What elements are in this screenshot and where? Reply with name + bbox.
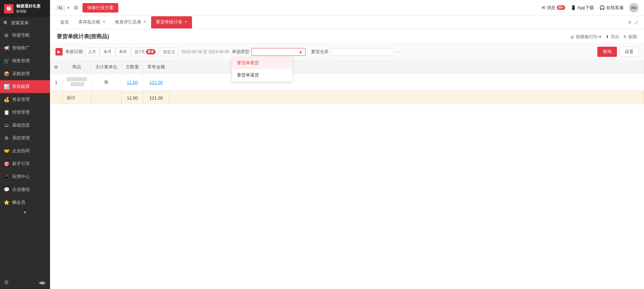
date-btn-zidingyi[interactable]: 自定义	[160, 48, 178, 56]
sidebar-search-label: 搜索菜单	[11, 20, 29, 26]
sidebar-item-label: 经营管理	[12, 109, 30, 115]
table-wrap: ⚙ 商品 主计量单位 主数量 零售金额 1	[50, 61, 644, 104]
print-btn[interactable]: 🖨 按模板打印 ▾	[570, 34, 601, 40]
refresh-icon: ↻	[623, 34, 627, 39]
print-icon: 🖨	[570, 34, 574, 39]
jingying-icon: 📋	[3, 110, 9, 115]
sidebar-item-label: 企业协同	[12, 148, 30, 154]
messages-label: 消息	[547, 5, 555, 11]
sidebar-item-label: 营销推广	[12, 45, 30, 51]
qiye-icon: 🤝	[3, 148, 9, 154]
col-unit: 主计量单位	[91, 61, 122, 74]
sidebar-item-kucun[interactable]: 📊 库存核算	[0, 80, 50, 93]
weixin-icon: 💬	[3, 187, 9, 192]
date-label: 单据日期	[65, 49, 83, 55]
kuaijie-icon: ⊞	[3, 32, 9, 38]
warehouse-input[interactable]	[331, 48, 393, 56]
filter-actions: 查询 设置	[597, 47, 639, 57]
tab-maximize-icon[interactable]: ⤢	[635, 20, 639, 25]
date-filter-group: 单据日期 上月 本月 本年 近7天 更多 自定义 2023-05-06 至 20…	[65, 48, 229, 56]
col-settings[interactable]: ⚙	[50, 61, 63, 74]
sidebar-item-jichu[interactable]: 🗂 基础信息	[0, 119, 50, 132]
content-area: 要货单统计表(按商品) 🖨 按模板打印 ▾ ⬇ 导出 ↻ 刷新 ▶	[50, 29, 644, 289]
sidebar-toggle-icon[interactable]: ◀▶	[39, 280, 46, 285]
summary-label: 合计	[63, 91, 91, 104]
sidebar: 畅 畅捷通好生意 标准版 🔍 搜索菜单 ⊞ 快捷导航 📢 营销推广 🛒 销售管理…	[0, 0, 50, 289]
amount-link[interactable]: 121.00	[149, 80, 163, 85]
topbar-left: 41 ▾ ⚙ 体验行业方案	[55, 3, 118, 13]
tab-minimize-icon[interactable]: ✕	[628, 20, 632, 25]
tab-shoufa[interactable]: 收发存汇总表 ✕	[110, 16, 151, 28]
sidebar-item-label: 库存核算	[12, 84, 30, 90]
date-btn-bennian[interactable]: 本年	[116, 48, 130, 56]
type-select[interactable]: ▲	[252, 48, 306, 56]
warehouse-filter-group: 要货仓库 ···	[311, 48, 400, 56]
page-title: 要货单统计表(按商品)	[57, 33, 109, 40]
sidebar-scroll-down[interactable]: ▼	[0, 209, 50, 216]
summary-empty1	[50, 91, 63, 104]
sidebar-settings-icon[interactable]: ⚙	[4, 279, 9, 286]
sidebar-item-qiye[interactable]: 🤝 企业协同	[0, 144, 50, 157]
tab-kucun[interactable]: 库存批次账 ✕	[74, 16, 110, 28]
sidebar-item-label: 系统管理	[12, 135, 30, 141]
summary-empty2	[91, 91, 122, 104]
summary-row: 合计 11.00 121.00	[50, 91, 644, 104]
sidebar-item-kuaijie[interactable]: ⊞ 快捷导航	[0, 29, 50, 42]
sidebar-item-weixin[interactable]: 💬 企业微信	[0, 183, 50, 196]
col-amount: 零售金额	[143, 61, 169, 74]
sidebar-item-zijin[interactable]: 💰 资金管理	[0, 93, 50, 106]
filter-expand-btn[interactable]: ▶	[55, 48, 63, 55]
sidebar-item-jingying[interactable]: 📋 经营管理	[0, 106, 50, 119]
type-dropdown: 要货单要货 要货单退货	[232, 57, 293, 82]
avatar[interactable]: Rit	[629, 3, 639, 13]
dropdown-item-yaohuo-tuihuo[interactable]: 要货单退货	[232, 69, 292, 81]
sidebar-item-label: 基础信息	[12, 122, 30, 128]
tab-home[interactable]: 首页	[55, 17, 74, 28]
sidebar-item-label: 新手引导	[12, 161, 30, 167]
export-btn[interactable]: ⬇ 导出	[605, 34, 619, 40]
chevron-down-icon: ▾	[67, 5, 70, 10]
tab-label: 收发存汇总表	[115, 19, 141, 25]
quantity-link[interactable]: 11.00	[127, 80, 138, 85]
query-button[interactable]: 查询	[597, 47, 617, 57]
date-btn-shangban[interactable]: 上月	[85, 48, 99, 56]
caigou-icon: 📦	[3, 71, 9, 76]
sidebar-search[interactable]: 🔍 搜索菜单	[0, 17, 50, 29]
tab-close-icon[interactable]: ✕	[102, 20, 105, 24]
store-selector[interactable]: 41 ▾	[55, 5, 70, 11]
jichu-icon: 🗂	[3, 123, 9, 128]
messages-btn[interactable]: ✉ 消息 99+	[542, 5, 565, 11]
date-btn-jin7[interactable]: 近7天 更多	[132, 48, 159, 56]
sidebar-item-yingyong[interactable]: 📱 应用中心	[0, 170, 50, 183]
type-selected-value	[255, 49, 299, 54]
online-service-label: 在线客服	[606, 5, 624, 11]
sidebar-item-huiyuan[interactable]: ⭐ 畅会员	[0, 196, 50, 209]
xitong-icon: ⚙	[3, 135, 9, 141]
tab-close-icon[interactable]: ✕	[184, 20, 187, 24]
tabbar: 首页 库存批次账 ✕ 收发存汇总表 ✕ 要货单统计表 ✕ ✕ ⤢	[50, 16, 644, 29]
topbar-settings-icon[interactable]: ⚙	[74, 4, 78, 11]
message-icon: ✉	[542, 5, 545, 10]
sidebar-item-xitong[interactable]: ⚙ 系统管理	[0, 132, 50, 144]
tab-yaohuo[interactable]: 要货单统计表 ✕	[151, 16, 192, 28]
product-bar	[67, 77, 87, 81]
sidebar-item-yingxiao[interactable]: 📢 营销推广	[0, 42, 50, 54]
trial-button[interactable]: 体验行业方案	[82, 3, 118, 13]
dropdown-item-yaohuo-danhuo[interactable]: 要货单要货	[232, 57, 292, 69]
warehouse-label: 要货仓库	[311, 49, 329, 55]
refresh-btn[interactable]: ↻ 刷新	[623, 34, 637, 40]
main-area: 41 ▾ ⚙ 体验行业方案 ✉ 消息 99+ 📱 App下载 🎧 在线客服 Ri…	[50, 0, 644, 289]
warehouse-more-icon[interactable]: ···	[396, 49, 400, 54]
date-btn-benyue[interactable]: 本月	[100, 48, 115, 56]
summary-quantity: 11.00	[122, 91, 143, 104]
setting-button[interactable]: 设置	[620, 47, 639, 57]
app-download-btn[interactable]: 📱 App下载	[571, 5, 594, 11]
phone-icon: 📱	[571, 5, 576, 10]
sidebar-item-xinshou[interactable]: 🎯 新手引导	[0, 157, 50, 170]
sidebar-item-caigou[interactable]: 📦 采购管理	[0, 67, 50, 80]
sidebar-item-xiaoshou[interactable]: 🛒 销售管理	[0, 54, 50, 67]
tab-label: 要货单统计表	[156, 19, 182, 25]
filter-bar: ▶ 单据日期 上月 本月 本年 近7天 更多 自定义 2023-05-06 至 …	[50, 43, 644, 61]
online-service-btn[interactable]: 🎧 在线客服	[599, 5, 624, 11]
tab-close-icon[interactable]: ✕	[143, 20, 146, 24]
